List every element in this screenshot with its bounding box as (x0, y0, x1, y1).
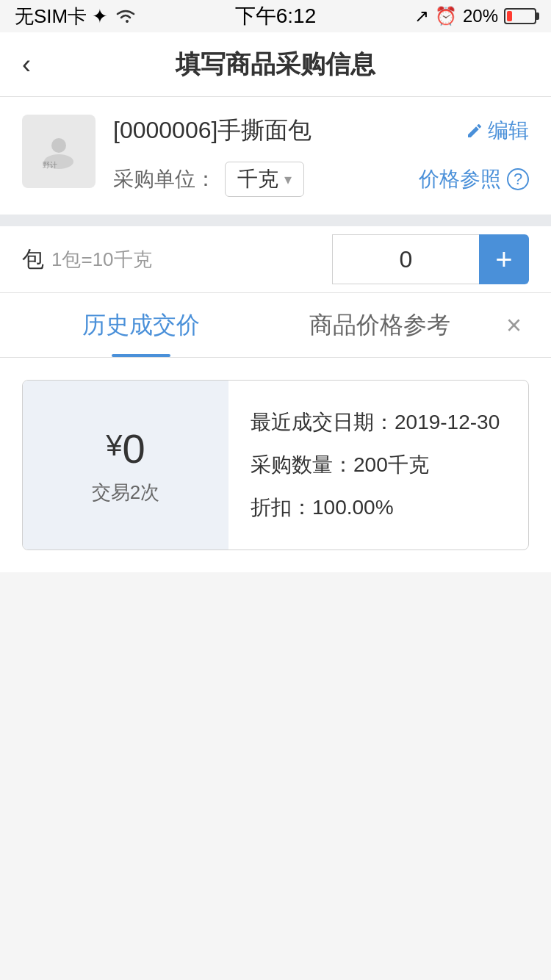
back-button[interactable]: ‹ (15, 42, 38, 87)
alarm-icon: ⏰ (435, 6, 457, 26)
quantity-section: 包 1包=10千克 0 + (0, 226, 551, 292)
purchase-qty-row: 采购数量：200千克 (251, 450, 506, 480)
recent-date-value: 2019-12-30 (395, 411, 500, 433)
panel-section: 历史成交价 商品价格参考 × ¥0 交易2次 最近成交日期：2019-12-30… (0, 292, 551, 572)
quantity-unit-label: 包 (22, 245, 44, 275)
status-time: 下午6:12 (235, 2, 317, 30)
product-thumbnail: 野计 (22, 115, 96, 188)
price-display: ¥0 (106, 425, 145, 472)
battery-fill (507, 11, 512, 21)
product-header: 野计 [0000006]手撕面包 编辑 采购单位： 千克 (22, 115, 529, 197)
recent-date-row: 最近成交日期：2019-12-30 (251, 407, 506, 438)
quantity-plus-button[interactable]: + (479, 234, 529, 284)
unit-value: 千克 (237, 165, 278, 193)
price-reference-button[interactable]: 价格参照 ? (419, 165, 529, 193)
product-image-icon: 野计 (37, 129, 81, 173)
discount-value: 100.00% (312, 496, 394, 519)
purchase-unit-left: 采购单位： 千克 ▾ (113, 162, 304, 197)
purchase-unit-label: 采购单位： (113, 165, 216, 193)
tab-underline (112, 354, 170, 357)
bottom-space (0, 572, 551, 980)
price-card: ¥0 交易2次 最近成交日期：2019-12-30 采购数量：200千克 折扣：… (22, 380, 529, 550)
section-divider (0, 215, 551, 226)
price-card-left: ¥0 交易2次 (23, 381, 228, 550)
plus-icon: + (495, 243, 512, 276)
price-transactions: 交易2次 (92, 480, 159, 505)
location-icon: ↗ (414, 6, 429, 26)
unit-select[interactable]: 千克 ▾ (225, 162, 304, 197)
recent-date-label: 最近成交日期： (251, 411, 395, 433)
discount-row: 折扣：100.00% (251, 492, 506, 523)
edit-button[interactable]: 编辑 (466, 117, 529, 145)
battery-icon (504, 8, 536, 24)
product-name-row: [0000006]手撕面包 编辑 (113, 115, 529, 147)
tab-history-price-label: 历史成交价 (82, 309, 200, 342)
quantity-unit-info: 1包=10千克 (51, 247, 152, 273)
price-amount: 0 (123, 425, 145, 472)
discount-label: 折扣： (251, 496, 312, 519)
help-icon: ? (507, 168, 529, 190)
nav-bar: ‹ 填写商品采购信息 (0, 32, 551, 97)
edit-label: 编辑 (488, 117, 529, 145)
product-id: [0000006] (113, 117, 217, 143)
carrier-text: 无SIM卡 ✦ (15, 4, 108, 29)
tabs-row: 历史成交价 商品价格参考 × (0, 293, 551, 358)
quantity-value: 0 (400, 246, 413, 273)
price-card-right: 最近成交日期：2019-12-30 采购数量：200千克 折扣：100.00% (228, 381, 528, 550)
purchase-unit-row: 采购单位： 千克 ▾ 价格参照 ? (113, 162, 529, 197)
battery-percent: 20% (463, 6, 498, 26)
purchase-qty-value: 200千克 (353, 453, 429, 476)
price-reference-label: 价格参照 (419, 165, 501, 193)
svg-point-0 (51, 138, 66, 153)
edit-icon (466, 122, 483, 140)
purchase-qty-label: 采购数量： (251, 453, 353, 476)
tab-history-price[interactable]: 历史成交价 (22, 293, 260, 357)
wifi-icon (115, 8, 136, 24)
tab-product-price-reference-label: 商品价格参考 (309, 309, 450, 342)
chevron-down-icon: ▾ (284, 170, 292, 188)
product-title: 手撕面包 (217, 117, 311, 143)
quantity-controls: 0 + (332, 234, 529, 284)
svg-text:野计: 野计 (43, 161, 57, 169)
product-details: [0000006]手撕面包 编辑 采购单位： 千克 ▾ (113, 115, 529, 197)
status-right: ↗ ⏰ 20% (414, 6, 536, 26)
quantity-label: 包 1包=10千克 (22, 245, 152, 275)
tab-product-price-reference[interactable]: 商品价格参考 (260, 293, 498, 357)
status-bar: 无SIM卡 ✦ 下午6:12 ↗ ⏰ 20% (0, 0, 551, 32)
product-name: [0000006]手撕面包 (113, 115, 311, 147)
page-title: 填写商品采购信息 (176, 48, 375, 82)
history-content: ¥0 交易2次 最近成交日期：2019-12-30 采购数量：200千克 折扣：… (0, 358, 551, 572)
quantity-input[interactable]: 0 (332, 234, 479, 284)
status-left: 无SIM卡 ✦ (15, 4, 136, 29)
product-section: 野计 [0000006]手撕面包 编辑 采购单位： 千克 (0, 97, 551, 215)
currency-symbol: ¥ (106, 429, 122, 461)
close-button[interactable]: × (499, 303, 529, 348)
